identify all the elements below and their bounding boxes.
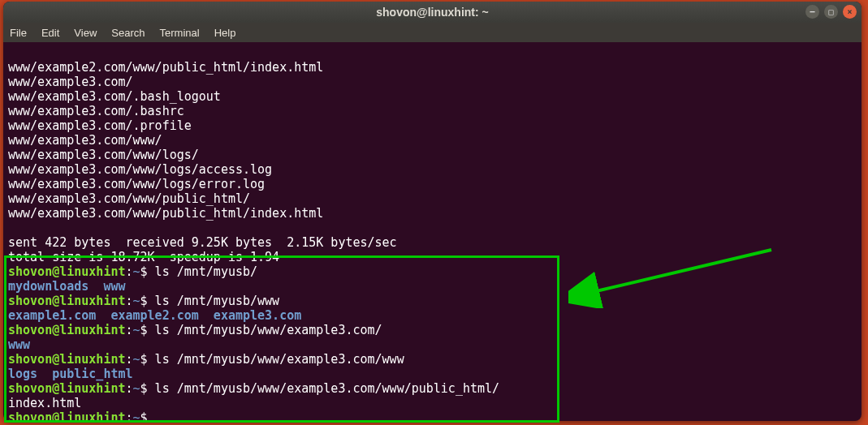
command-text: ls /mnt/myusb/www bbox=[148, 294, 280, 308]
prompt-line: shovon@linuxhint:~$ ls /mnt/myusb/ bbox=[8, 264, 257, 279]
output-line: www/example3.com/.bash_logout bbox=[8, 89, 221, 104]
output-line: www/example3.com/www/public_html/index.h… bbox=[8, 206, 323, 221]
output-line: www/example3.com/www/logs/ bbox=[8, 148, 199, 162]
close-button[interactable]: × bbox=[843, 5, 857, 19]
prompt-userhost: shovon@linuxhint bbox=[8, 352, 126, 367]
prompt-line: shovon@linuxhint:~$ ls /mnt/myusb/www bbox=[8, 294, 279, 308]
prompt-line: shovon@linuxhint:~$ bbox=[8, 410, 148, 421]
output-line: www/example3.com/www/ bbox=[8, 133, 162, 148]
prompt-userhost: shovon@linuxhint bbox=[8, 323, 126, 337]
command-text: ls /mnt/myusb/www/example3.com/www/publi… bbox=[148, 381, 499, 396]
titlebar: shovon@linuxhint: ~ – □ × bbox=[3, 2, 862, 23]
output-line: www/example3.com/www/public_html/ bbox=[8, 191, 250, 206]
terminal-body[interactable]: www/example2.com/www/public_html/index.h… bbox=[3, 42, 862, 421]
output-line: index.html bbox=[8, 396, 81, 410]
prompt-path: ~ bbox=[133, 410, 140, 421]
output-line: www/example2.com/www/public_html/index.h… bbox=[8, 60, 323, 75]
menu-search[interactable]: Search bbox=[111, 27, 145, 39]
prompt-path: ~ bbox=[133, 352, 140, 367]
output-line: total size is 18.72K speedup is 1.94 bbox=[8, 250, 279, 264]
command-text: ls /mnt/myusb/www/example3.com/ bbox=[148, 323, 382, 337]
prompt-userhost: shovon@linuxhint bbox=[8, 294, 126, 308]
prompt-path: ~ bbox=[133, 264, 140, 279]
menu-bar: File Edit View Search Terminal Help bbox=[3, 23, 862, 42]
menu-terminal[interactable]: Terminal bbox=[160, 27, 200, 39]
output-line: logs public_html bbox=[8, 367, 133, 381]
menu-file[interactable]: File bbox=[10, 27, 27, 39]
output-line: www/example3.com/www/logs/error.log bbox=[8, 177, 265, 191]
command-text: ls /mnt/myusb/www/example3.com/www bbox=[148, 352, 404, 367]
prompt-userhost: shovon@linuxhint bbox=[8, 264, 126, 279]
prompt-line: shovon@linuxhint:~$ ls /mnt/myusb/www/ex… bbox=[8, 352, 404, 367]
window-buttons: – □ × bbox=[805, 5, 857, 19]
minimize-button[interactable]: – bbox=[805, 5, 819, 19]
menu-view[interactable]: View bbox=[74, 27, 97, 39]
output-line: example1.com example2.com example3.com bbox=[8, 308, 301, 323]
prompt-path: ~ bbox=[133, 323, 140, 337]
prompt-userhost: shovon@linuxhint bbox=[8, 381, 126, 396]
output-line: www/example3.com/.profile bbox=[8, 118, 192, 133]
prompt-path: ~ bbox=[133, 294, 140, 308]
output-line: www bbox=[8, 337, 30, 352]
menu-edit[interactable]: Edit bbox=[41, 27, 59, 39]
menu-help[interactable]: Help bbox=[214, 27, 236, 39]
prompt-line: shovon@linuxhint:~$ ls /mnt/myusb/www/ex… bbox=[8, 323, 382, 337]
output-line: www/example3.com/ bbox=[8, 75, 133, 89]
output-line: mydownloads www bbox=[8, 279, 126, 294]
prompt-userhost: shovon@linuxhint bbox=[8, 410, 126, 421]
command-text: ls /mnt/myusb/ bbox=[148, 264, 257, 279]
output-line: www/example3.com/www/logs/access.log bbox=[8, 162, 272, 177]
prompt-line: shovon@linuxhint:~$ ls /mnt/myusb/www/ex… bbox=[8, 381, 499, 396]
maximize-button[interactable]: □ bbox=[824, 5, 838, 19]
output-line: www/example3.com/.bashrc bbox=[8, 104, 184, 118]
output-line: sent 422 bytes received 9.25K bytes 2.15… bbox=[8, 235, 397, 250]
terminal-window: shovon@linuxhint: ~ – □ × File Edit View… bbox=[3, 2, 862, 421]
prompt-path: ~ bbox=[133, 381, 140, 396]
window-title: shovon@linuxhint: ~ bbox=[3, 6, 862, 19]
